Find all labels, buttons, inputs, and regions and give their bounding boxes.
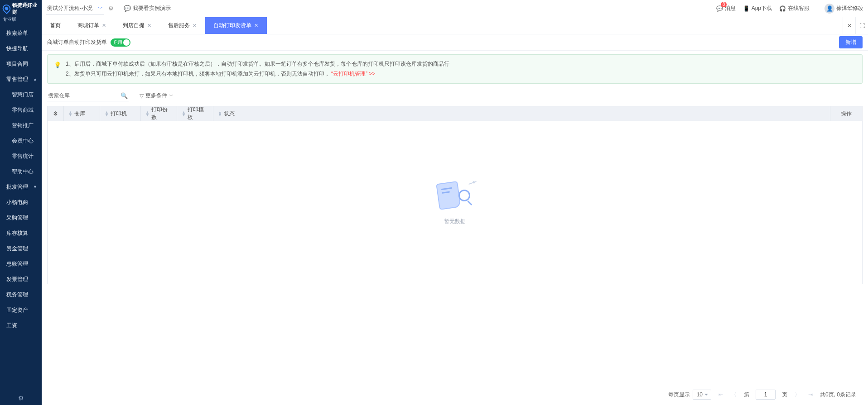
sidebar-item[interactable]: 总账管理 xyxy=(0,256,42,272)
sidebar-item[interactable]: 项目合同 xyxy=(0,56,42,71)
table: ⚙ ▲▼ 仓库 ▲▼ 打印机 ▲▼ 打印份数 ▲▼ xyxy=(47,106,863,284)
brand-logo-icon xyxy=(1,3,12,14)
empty-text: 暂无数据 xyxy=(444,218,466,225)
tab[interactable]: 首页 xyxy=(42,17,69,34)
messages-badge: 8 xyxy=(721,2,727,7)
page-size-label: 每页显示 xyxy=(668,391,690,399)
sidebar-subitem[interactable]: 零售商城 xyxy=(0,102,42,118)
sidebar-item[interactable]: 小畅电商 xyxy=(0,195,42,210)
close-icon[interactable]: ✕ xyxy=(102,23,106,29)
page-prefix: 第 xyxy=(744,391,749,399)
sidebar-item[interactable]: 采购管理 xyxy=(0,210,42,225)
first-page-button[interactable]: ⇤ xyxy=(718,391,724,398)
close-icon[interactable]: ✕ xyxy=(193,23,197,29)
sidebar-item[interactable]: 库存核算 xyxy=(0,225,42,241)
gear-icon: ⚙ xyxy=(53,110,58,117)
pager: 每页显示 10 ⇤ 〈 第 页 〉 ⇥ 共0页, 0条记录 xyxy=(47,384,863,405)
sidebar-item[interactable]: 资金管理 xyxy=(0,241,42,256)
cs-label: 在线客服 xyxy=(788,5,810,12)
sidebar-item[interactable]: 快捷导航 xyxy=(0,41,42,56)
next-page-button[interactable]: 〉 xyxy=(794,391,801,399)
th-action: 操作 xyxy=(830,106,862,121)
sidebar-item[interactable]: 税务管理 xyxy=(0,287,42,302)
headset-icon: 🎧 xyxy=(779,5,786,12)
project-name: 测试分开流程-小况 xyxy=(47,5,92,12)
chevron-down-icon: ﹀ xyxy=(169,93,174,99)
fullscreen-toggle[interactable]: ⛶ xyxy=(855,17,868,34)
sidebar-nav: 搜索菜单快捷导航项目合同零售管理▲智慧门店零售商城营销推广会员中心零售统计帮助中… xyxy=(0,25,42,391)
speech-icon: 💬 xyxy=(124,5,131,12)
th-settings[interactable]: ⚙ xyxy=(48,106,64,121)
info-box: 💡 1、启用后，商城下单付款成功后（如果有审核是在审核之后），自动打印发货单。如… xyxy=(47,54,863,84)
more-filters-label: 更多条件 xyxy=(145,92,167,100)
th-printer[interactable]: ▲▼ 打印机 xyxy=(100,106,141,121)
search-wrap: 🔍 xyxy=(47,90,129,101)
page-total: 共0页, 0条记录 xyxy=(820,391,856,399)
sidebar-item[interactable]: 固定资产 xyxy=(0,302,42,318)
header: 测试分开流程-小况 ﹀ ⚙ 💬 我要看实例演示 💬 消息 8 📱 App下载 xyxy=(42,0,868,17)
table-header: ⚙ ▲▼ 仓库 ▲▼ 打印机 ▲▼ 打印份数 ▲▼ xyxy=(48,106,862,121)
app-download-link[interactable]: 📱 App下载 xyxy=(743,5,772,12)
tab[interactable]: 自动打印发货单✕ xyxy=(205,17,267,34)
search-icon[interactable]: 🔍 xyxy=(121,92,128,99)
cloud-printer-link[interactable]: “云打印机管理” >> xyxy=(331,71,375,77)
sidebar-subitem[interactable]: 会员中心 xyxy=(0,133,42,148)
phone-icon: 📱 xyxy=(743,5,750,12)
divider xyxy=(817,5,817,13)
more-filters[interactable]: ▽ 更多条件 ﹀ xyxy=(140,92,174,100)
th-copies[interactable]: ▲▼ 打印份数 xyxy=(141,106,177,121)
sidebar-item[interactable]: 发票管理 xyxy=(0,272,42,287)
brand-edition: 专业版 xyxy=(0,16,42,23)
page-size-select[interactable]: 10 xyxy=(693,390,711,400)
funnel-icon: ▽ xyxy=(140,93,144,99)
info-line-2: 2、发货单只可用云打印机来打，如果只有本地打印机，须将本地打印机添加为云打印机，… xyxy=(66,71,330,77)
close-icon[interactable]: ✕ xyxy=(147,23,151,29)
prev-page-button[interactable]: 〈 xyxy=(730,391,738,399)
tab[interactable]: 商城订单✕ xyxy=(69,17,115,34)
page-input[interactable] xyxy=(756,390,776,400)
user-name: 徐泽华修改 xyxy=(836,5,863,12)
app-label: App下载 xyxy=(752,5,772,12)
page-subbar: 商城订单自动打印发货单 启用 新增 xyxy=(42,34,868,51)
support-link[interactable]: 🎧 在线客服 xyxy=(779,5,810,12)
sidebar: 畅捷通好业财 专业版 搜索菜单快捷导航项目合同零售管理▲智慧门店零售商城营销推广… xyxy=(0,0,42,405)
project-settings-icon[interactable]: ⚙ xyxy=(108,5,114,12)
toggle-dot xyxy=(123,39,130,46)
gear-icon: ⚙ xyxy=(18,395,24,402)
tab[interactable]: 到店自提✕ xyxy=(115,17,160,34)
page-title: 商城订单自动打印发货单 xyxy=(47,38,107,46)
table-body: 暂无数据 xyxy=(48,121,862,284)
tab[interactable]: 售后服务✕ xyxy=(160,17,205,34)
user-menu[interactable]: 👤 徐泽华修改 xyxy=(825,4,863,14)
project-selector[interactable]: 测试分开流程-小况 ﹀ xyxy=(46,3,104,14)
sidebar-subitem[interactable]: 帮助中心 xyxy=(0,164,42,179)
th-warehouse[interactable]: ▲▼ 仓库 xyxy=(64,106,100,121)
page-size: 每页显示 10 xyxy=(668,390,711,400)
close-all-tabs[interactable]: ✕ xyxy=(843,17,855,34)
warehouse-search-input[interactable] xyxy=(47,90,129,101)
sidebar-settings[interactable]: ⚙ xyxy=(0,391,42,405)
th-template[interactable]: ▲▼ 打印模板 xyxy=(177,106,213,121)
th-status[interactable]: ▲▼ 状态 xyxy=(213,106,830,121)
sidebar-item[interactable]: 搜索菜单 xyxy=(0,25,42,41)
enable-toggle[interactable]: 启用 xyxy=(111,38,130,47)
messages-link[interactable]: 💬 消息 8 xyxy=(716,5,736,12)
sidebar-subitem[interactable]: 零售统计 xyxy=(0,148,42,164)
lightbulb-icon: 💡 xyxy=(54,60,61,79)
new-button[interactable]: 新增 xyxy=(839,36,863,48)
sidebar-item[interactable]: 批发管理▼ xyxy=(0,179,42,195)
sidebar-item[interactable]: 零售管理▲ xyxy=(0,71,42,87)
info-line-2-wrap: 2、发货单只可用云打印机来打，如果只有本地打印机，须将本地打印机添加为云打印机，… xyxy=(66,69,449,79)
sidebar-subitem[interactable]: 智慧门店 xyxy=(0,87,42,102)
tabs-row: 首页商城订单✕到店自提✕售后服务✕自动打印发货单✕ ✕ ⛶ xyxy=(42,17,868,34)
empty-illustration xyxy=(435,180,475,211)
info-line-1: 1、启用后，商城下单付款成功后（如果有审核是在审核之后），自动打印发货单。如果一… xyxy=(66,59,449,69)
filters: 🔍 ▽ 更多条件 ﹀ xyxy=(47,90,863,101)
sidebar-subitem[interactable]: 营销推广 xyxy=(0,118,42,133)
last-page-button[interactable]: ⇥ xyxy=(807,391,814,398)
close-icon[interactable]: ✕ xyxy=(254,23,258,29)
demo-label: 我要看实例演示 xyxy=(133,5,171,12)
sidebar-item[interactable]: 工资 xyxy=(0,318,42,333)
demo-link[interactable]: 💬 我要看实例演示 xyxy=(124,5,171,12)
toggle-label: 启用 xyxy=(113,39,122,46)
